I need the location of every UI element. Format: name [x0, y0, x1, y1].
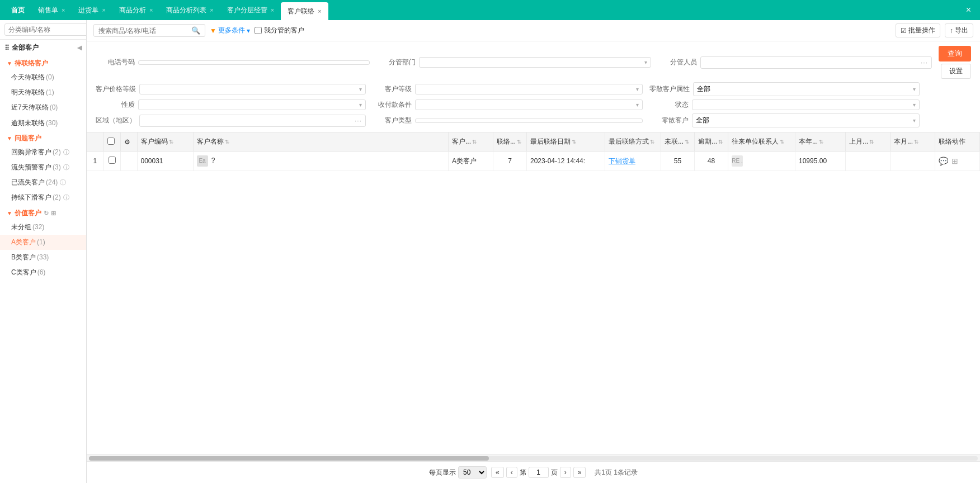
- th-this-year: 本年... ⇅: [795, 132, 846, 151]
- sidebar-item-unclassified[interactable]: 未分组 (32): [0, 220, 86, 235]
- filter-icon: ▼: [210, 27, 216, 35]
- table-row: 1 000031 Ea ? A类客户 7 2023-04-12 14:44:: [87, 151, 980, 171]
- sort-icon-cat[interactable]: ⇅: [472, 139, 477, 145]
- nav-product-analysis-list-close[interactable]: ×: [210, 7, 213, 13]
- export-button[interactable]: ↑ 导出: [945, 23, 973, 37]
- sidebar-item-tomorrow-contact[interactable]: 明天待联络 (1): [0, 85, 86, 100]
- nav-product-analysis-list[interactable]: 商品分析列表 ×: [159, 0, 220, 20]
- nav-customer-segment[interactable]: 客户分层经营 ×: [220, 0, 281, 20]
- customer-type-input[interactable]: [415, 119, 643, 123]
- sort-icon-overdue[interactable]: ⇅: [718, 139, 723, 145]
- sidebar-group-problem-customers[interactable]: ▼ 问题客户: [0, 131, 86, 145]
- sidebar-item-overdue-contact[interactable]: 逾期未联络 (30): [0, 116, 86, 131]
- sidebar-item-b-class[interactable]: B类客户 (33): [0, 250, 86, 265]
- sidebar-item-7day-contact[interactable]: 近7天待联络 (0): [0, 100, 86, 115]
- search-icon: 🔍: [191, 26, 200, 35]
- td-last-date: 2023-04-12 14:44:: [527, 151, 605, 171]
- sort-icon-thismonth[interactable]: ⇅: [914, 139, 918, 145]
- sidebar-item-c-class[interactable]: C类客户 (6): [0, 265, 86, 280]
- horizontal-scrollbar[interactable]: [87, 454, 980, 461]
- filter-row-4: 区域（地区） ··· 客户类型 零散客户 全部 ▾: [96, 113, 971, 127]
- filter-cell-scatter-customer: 零散客户 全部 ▾: [649, 113, 920, 127]
- sort-icon-year[interactable]: ⇅: [819, 139, 823, 145]
- sort-icon-method[interactable]: ⇅: [650, 139, 654, 145]
- sort-icon-visit[interactable]: ⇅: [780, 139, 784, 145]
- total-records: 共1页 1条记录: [595, 468, 638, 477]
- region-input[interactable]: ···: [139, 115, 366, 127]
- sidebar-item-a-class[interactable]: A类客户 (1): [0, 235, 86, 250]
- grid-action-icon[interactable]: ⊞: [951, 157, 958, 165]
- search-input[interactable]: [98, 27, 191, 35]
- settings-icon[interactable]: ⊞: [51, 210, 56, 217]
- sidebar-item-today-contact[interactable]: 今天待联络 (0): [0, 70, 86, 85]
- td-overdue: 48: [695, 151, 728, 171]
- customer-type-label: 客户类型: [373, 116, 412, 125]
- info-icon-4: ⓘ: [63, 193, 69, 203]
- sidebar-group-pending-contact[interactable]: ▼ 待联络客户: [0, 56, 86, 70]
- th-last-month: 上月... ⇅: [846, 132, 891, 151]
- nav-customer-segment-close[interactable]: ×: [271, 7, 274, 13]
- sort-icon-code[interactable]: ⇅: [169, 139, 173, 145]
- scatter-customer-select[interactable]: 全部 ▾: [692, 113, 920, 127]
- status-select[interactable]: ▾: [692, 100, 920, 110]
- nav-sales-close[interactable]: ×: [62, 7, 65, 13]
- page-number-input[interactable]: [529, 467, 549, 478]
- row-checkbox[interactable]: [109, 157, 116, 164]
- gear-icon[interactable]: ⚙: [124, 138, 130, 146]
- nav-customer-contact[interactable]: 客户联络 ×: [281, 2, 328, 20]
- query-button[interactable]: 查询: [939, 46, 971, 61]
- per-page-select[interactable]: 50 100 200: [458, 466, 487, 479]
- sort-icon-contact[interactable]: ⇅: [517, 139, 521, 145]
- prev-page-button[interactable]: ‹: [506, 467, 517, 478]
- sidebar-item-declining[interactable]: 持续下滑客户 (2) ⓘ: [0, 190, 86, 205]
- refresh-icon[interactable]: ↻: [44, 210, 49, 217]
- sidebar-group-value-customers[interactable]: ▼ 价值客户 ↻ ⊞: [0, 206, 86, 220]
- sort-icon-date[interactable]: ⇅: [572, 139, 576, 145]
- chat-icon[interactable]: 💬: [939, 157, 948, 165]
- sort-icon-lastm[interactable]: ⇅: [869, 139, 874, 145]
- nav-product-analysis[interactable]: 商品分析 ×: [112, 0, 159, 20]
- select-all-checkbox[interactable]: [107, 138, 115, 145]
- batch-ops-button[interactable]: ☑ 批量操作: [896, 23, 940, 37]
- nav-purchase[interactable]: 进货单 ×: [72, 0, 112, 20]
- sidebar-search-container: 🔍: [0, 20, 86, 40]
- chevron-down-icon: ▾: [247, 27, 250, 35]
- my-customers-checkbox[interactable]: [255, 27, 262, 34]
- nav-home[interactable]: 首页: [4, 0, 31, 20]
- sort-icon-name[interactable]: ⇅: [225, 139, 229, 145]
- phone-input[interactable]: [138, 60, 370, 65]
- arrow-down-icon: ▼: [7, 60, 12, 67]
- sidebar-item-churned[interactable]: 已流失客户 (24) ⓘ: [0, 175, 86, 190]
- sidebar-item-churn-warning[interactable]: 流失预警客户 (3) ⓘ: [0, 160, 86, 175]
- first-page-button[interactable]: «: [491, 467, 504, 478]
- sort-icon-nocontact[interactable]: ⇅: [685, 139, 689, 145]
- sidebar-all-customers[interactable]: ⠿ 全部客户 ◀: [0, 40, 86, 56]
- nav-sales[interactable]: 销售单 ×: [31, 0, 72, 20]
- customer-level-select[interactable]: ▾: [415, 84, 643, 94]
- scrollbar-track: [89, 456, 978, 461]
- settings-button[interactable]: 设置: [941, 64, 971, 79]
- nature-select[interactable]: ▾: [138, 100, 366, 110]
- more-filters-button[interactable]: ▼ 更多条件 ▾: [210, 26, 250, 35]
- sidebar-search-input[interactable]: [4, 23, 87, 36]
- nav-purchase-close[interactable]: ×: [102, 7, 105, 13]
- sidebar: 🔍 ⠿ 全部客户 ◀ ▼ 待联络客户 今天待联络 (0) 明天待联络 (1) 近…: [0, 20, 87, 483]
- status-arrow-icon: ▾: [913, 102, 916, 108]
- scatter-cust-arrow-icon: ▾: [913, 117, 916, 124]
- sidebar-item-abnormal-repurchase[interactable]: 回购异常客户 (2) ⓘ: [0, 145, 86, 160]
- price-level-select[interactable]: ▾: [139, 84, 366, 94]
- batch-ops-icon: ☑: [901, 27, 907, 35]
- payment-select[interactable]: ▾: [415, 100, 643, 110]
- contact-method-link[interactable]: 下销货单: [609, 157, 635, 165]
- td-action-icons: 💬 ⊞: [935, 151, 980, 171]
- scatter-attr-select[interactable]: 全部 ▾: [693, 82, 920, 96]
- nav-product-analysis-close[interactable]: ×: [149, 7, 153, 13]
- last-page-button[interactable]: »: [573, 467, 586, 478]
- table-container: ⚙ 客户编码 ⇅ 客户名称 ⇅: [87, 132, 980, 483]
- manager-input[interactable]: ···: [700, 56, 932, 69]
- info-icon-3: ⓘ: [60, 178, 66, 188]
- next-page-button[interactable]: ›: [560, 467, 571, 478]
- dept-select[interactable]: ▾: [419, 57, 651, 68]
- app-close-button[interactable]: ×: [962, 5, 976, 15]
- nav-customer-contact-close[interactable]: ×: [318, 8, 321, 15]
